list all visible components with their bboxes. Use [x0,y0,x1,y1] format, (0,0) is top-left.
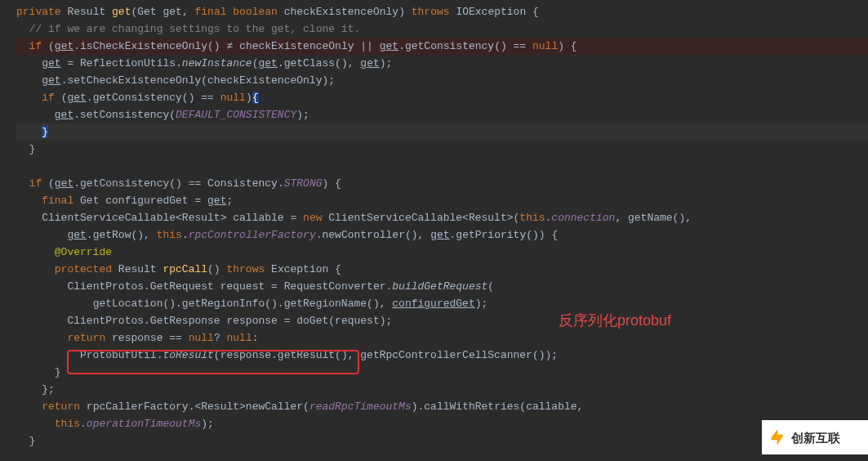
code-line: get = ReflectionUtils.newInstance(get.ge… [16,55,868,72]
code-line: }; [16,381,868,398]
code-line: } [16,123,868,141]
code-line: // if we are changing settings to the ge… [16,20,868,38]
code-line: private Result get(Get get, final boolea… [16,3,868,20]
code-line: return response == null? null: [16,329,868,347]
code-line: ClientProtos.GetRequest request = Reques… [16,278,868,295]
code-line: protected Result rpcCall() throws Except… [16,261,868,278]
code-line: get.setConsistency(DEFAULT_CONSISTENCY); [16,106,868,123]
watermark-badge: 创新互联 [762,420,868,454]
code-line: @Override [16,244,868,261]
watermark-icon [767,427,788,448]
code-line: } [16,141,868,158]
code-line: if (get.isCheckExistenceOnly() ≠ checkEx… [16,38,868,55]
code-line: ClientProtos.GetResponse response = doGe… [16,312,868,329]
code-line: } [16,364,868,381]
code-line: get.setCheckExistenceOnly(checkExistence… [16,72,868,89]
code-line: getLocation().getRegionInfo().getRegionN… [16,295,868,312]
code-line: ProtobufUtil.toResult(response.getResult… [16,347,868,364]
watermark-text: 创新互联 [791,429,840,446]
code-line: final Get configuredGet = get; [16,192,868,209]
code-line: } [16,432,868,450]
code-line [16,158,868,175]
code-line: if (get.getConsistency() == null){ [16,89,868,106]
code-line: get.getRow(), this.rpcControllerFactory.… [16,226,868,244]
code-line: return rpcCallerFactory.<Result>newCalle… [16,398,868,415]
code-editor[interactable]: private Result get(Get get, final boolea… [0,0,868,450]
code-line: if (get.getConsistency() == Consistency.… [16,175,868,192]
code-line: this.operationTimeoutMs); [16,415,868,432]
code-line: ClientServiceCallable<Result> callable =… [16,209,868,226]
annotation-label: 反序列化protobuf [559,312,671,329]
